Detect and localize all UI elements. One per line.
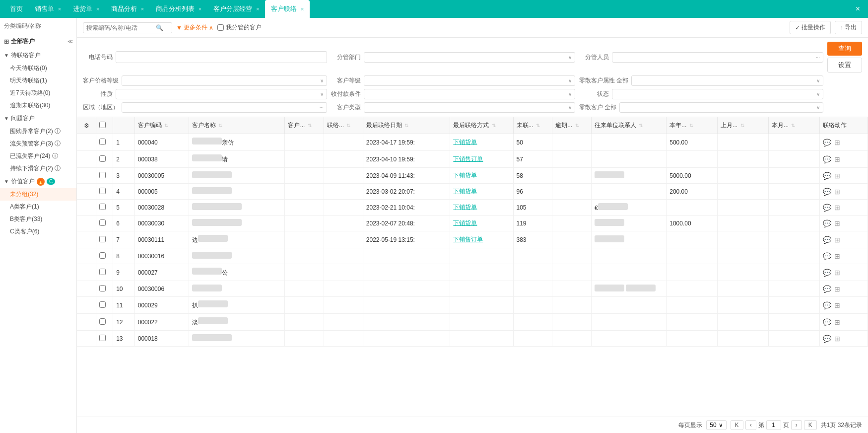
sidebar-item-churned[interactable]: 已流失客户(24) ⓘ (0, 150, 76, 162)
grid-action-icon-10[interactable]: ⊞ (834, 285, 840, 293)
sidebar-item-overdue-pending[interactable]: 逾期未联络(30) (0, 99, 76, 112)
nav-home[interactable]: 首页 (4, 0, 29, 18)
nav-sales[interactable]: 销售单 × (29, 0, 67, 18)
sidebar-all-customers[interactable]: ⊞ 全部客户 ≪ (0, 34, 76, 49)
th-type[interactable]: 客户... ⇅ (285, 117, 324, 134)
th-contact[interactable]: 联络... ⇅ (324, 117, 363, 134)
chat-icon-6[interactable]: 💬 (823, 219, 831, 227)
td-method-1[interactable]: 下销货单 (450, 134, 513, 151)
last-page-btn[interactable]: K (804, 420, 817, 430)
th-code[interactable]: 客户编码 ⇅ (134, 117, 189, 134)
per-page-select[interactable]: 50 ∨ (706, 420, 726, 430)
sidebar-item-class-b[interactable]: B类客户(33) (0, 213, 76, 225)
grid-action-icon-2[interactable]: ⊞ (834, 155, 840, 163)
close-contact-icon[interactable]: × (301, 6, 304, 12)
chat-icon-10[interactable]: 💬 (823, 285, 831, 293)
payment-select[interactable]: ∨ (364, 89, 575, 99)
select-all-checkbox[interactable] (99, 122, 106, 128)
close-product-list-icon[interactable]: × (199, 6, 201, 12)
grid-action-icon-5[interactable]: ⊞ (834, 204, 840, 212)
th-last-contact-method[interactable]: 最后联络方式 ⇅ (450, 117, 513, 134)
grid-action-icon-4[interactable]: ⊞ (834, 188, 840, 196)
sidebar-item-today-pending[interactable]: 今天待联络(0) (0, 62, 76, 74)
filter-search-icon[interactable]: 🔍 (156, 24, 163, 31)
td-check-1[interactable] (96, 134, 113, 151)
th-this-month[interactable]: 本月... ⇅ (769, 117, 820, 134)
filter-search-input[interactable] (86, 24, 156, 31)
dept-select[interactable]: ∨ (364, 52, 575, 63)
customer-grade-select[interactable]: ∨ (364, 75, 575, 86)
sidebar-item-tomorrow-pending[interactable]: 明天待联络(1) (0, 74, 76, 87)
chat-icon-5[interactable]: 💬 (823, 204, 831, 212)
nav-purchase[interactable]: 进货单 × (67, 0, 105, 18)
th-last-month[interactable]: 上月... ⇅ (718, 117, 769, 134)
sidebar-group-value[interactable]: ▼ 价值客户 🔥 C (0, 175, 76, 188)
grid-action-icon-8[interactable]: ⊞ (834, 252, 840, 260)
th-gear[interactable]: ⚙ (77, 117, 96, 134)
first-page-btn[interactable]: K (731, 420, 743, 430)
th-last-contact-date[interactable]: 最后联络日期 ⇅ (363, 117, 450, 134)
nav-customer-tier[interactable]: 客户分层经营 × (207, 0, 265, 18)
close-product-analysis-icon[interactable]: × (141, 6, 144, 12)
phone-input[interactable] (119, 54, 324, 61)
nav-customer-contact[interactable]: 客户联络 × (265, 0, 310, 18)
grid-action-icon-1[interactable]: ⊞ (834, 139, 840, 146)
chat-icon-8[interactable]: 💬 (823, 252, 831, 260)
grid-action-icon-12[interactable]: ⊞ (834, 318, 840, 326)
grid-action-icon-3[interactable]: ⊞ (834, 172, 840, 180)
chat-icon-3[interactable]: 💬 (823, 172, 831, 180)
th-unit-contact[interactable]: 往来单位联系人 ⇅ (591, 117, 666, 134)
chat-icon-12[interactable]: 💬 (823, 318, 831, 326)
close-purchase-icon[interactable]: × (96, 6, 99, 12)
chat-icon-4[interactable]: 💬 (823, 188, 831, 196)
region-select[interactable]: ··· (122, 102, 327, 113)
retail-select[interactable]: ∨ (619, 102, 823, 113)
my-customers-checkbox[interactable] (217, 24, 224, 31)
th-name[interactable]: 客户名称 ⇅ (189, 117, 285, 134)
retail-attr-select[interactable]: ∨ (631, 75, 823, 86)
global-close-icon[interactable]: × (852, 4, 864, 13)
grid-action-icon-11[interactable]: ⊞ (834, 301, 840, 309)
sidebar-item-7day-pending[interactable]: 近7天待联络(0) (0, 87, 76, 99)
price-grade-select[interactable]: ∨ (122, 75, 327, 86)
customer-type-select[interactable]: ∨ (364, 102, 575, 113)
nav-product-analysis-list[interactable]: 商品分析列表 × (150, 0, 207, 18)
more-conditions-btn[interactable]: ▼ 更多条件 ∧ (176, 23, 213, 32)
my-customers-checkbox-wrap[interactable]: 我分管的客户 (217, 23, 262, 32)
query-btn[interactable]: 查询 (827, 42, 862, 56)
chat-icon-2[interactable]: 💬 (823, 155, 831, 163)
sidebar-item-churn-warning[interactable]: 流失预警客户(3) ⓘ (0, 138, 76, 150)
th-no-contact[interactable]: 未联... ⇅ (513, 117, 552, 134)
nav-product-analysis[interactable]: 商品分析 × (105, 0, 150, 18)
nature-select[interactable]: ∨ (116, 89, 327, 99)
batch-operations-btn[interactable]: ✓ 批量操作 (790, 21, 831, 34)
export-btn[interactable]: ↑ 导出 (835, 21, 862, 34)
th-overdue[interactable]: 逾期... ⇅ (552, 117, 592, 134)
sidebar-item-declining[interactable]: 持续下滑客户(2) ⓘ (0, 162, 76, 175)
th-this-year[interactable]: 本年... ⇅ (667, 117, 718, 134)
reset-btn[interactable]: 设置 (827, 58, 862, 72)
sidebar-item-unclassified[interactable]: 未分组(32) (0, 188, 76, 201)
grid-action-icon-6[interactable]: ⊞ (834, 219, 840, 227)
chat-icon-1[interactable]: 💬 (823, 139, 831, 146)
chat-icon-11[interactable]: 💬 (823, 301, 831, 309)
sidebar-group-problem[interactable]: ▼ 问题客户 (0, 112, 76, 125)
chat-icon-13[interactable]: 💬 (823, 335, 831, 343)
close-tier-icon[interactable]: × (256, 6, 259, 12)
sidebar-item-class-a[interactable]: A类客户(1) (0, 201, 76, 213)
grid-action-icon-13[interactable]: ⊞ (834, 335, 840, 343)
th-checkbox[interactable] (96, 117, 113, 134)
status-select[interactable]: ∨ (612, 89, 823, 99)
sidebar-group-pending[interactable]: ▼ 待联络客户 (0, 49, 76, 62)
td-check-2[interactable] (96, 151, 113, 168)
prev-page-btn[interactable]: ‹ (745, 420, 756, 430)
close-sales-icon[interactable]: × (58, 6, 61, 12)
sidebar-search-input[interactable] (4, 22, 77, 29)
page-number-input[interactable] (766, 420, 781, 430)
grid-action-icon-9[interactable]: ⊞ (834, 269, 840, 277)
grid-action-icon-7[interactable]: ⊞ (834, 236, 840, 244)
sidebar-item-class-c[interactable]: C类客户(6) (0, 225, 76, 238)
chat-icon-9[interactable]: 💬 (823, 269, 831, 277)
chat-icon-7[interactable]: 💬 (823, 236, 831, 244)
person-select[interactable]: ··· (612, 52, 823, 63)
